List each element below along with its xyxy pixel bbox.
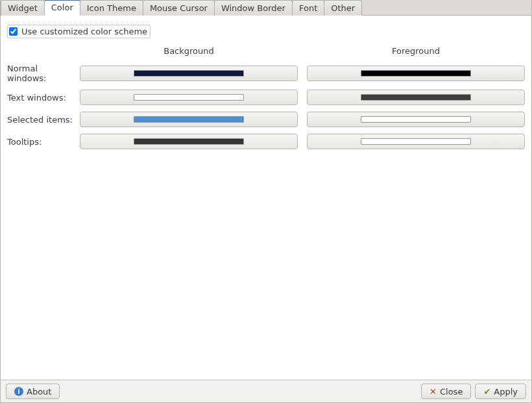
- use-custom-color-scheme-checkbox[interactable]: Use customized color scheme: [7, 25, 151, 38]
- selected-items-foreground-swatch: [361, 116, 471, 123]
- selected-items-foreground-button[interactable]: [307, 112, 525, 127]
- text-windows-foreground-swatch: [361, 94, 471, 101]
- text-windows-background-button[interactable]: [80, 90, 298, 105]
- appearance-settings-window: Widget Color Icon Theme Mouse Cursor Win…: [0, 0, 532, 403]
- tab-widget[interactable]: Widget: [1, 0, 45, 16]
- check-icon: ✔: [483, 387, 490, 396]
- normal-windows-background-swatch: [134, 70, 244, 77]
- info-icon: i: [14, 387, 23, 396]
- close-icon: ✕: [429, 387, 437, 396]
- row-label-tooltips: Tooltips:: [7, 137, 80, 147]
- use-custom-color-scheme-input[interactable]: [9, 27, 18, 36]
- close-button-label: Close: [440, 387, 463, 397]
- tooltips-background-button[interactable]: [80, 134, 298, 149]
- selected-items-background-swatch: [134, 116, 244, 123]
- text-windows-background-swatch: [134, 94, 244, 101]
- tooltips-foreground-button[interactable]: [307, 134, 525, 149]
- color-grid: Background Foreground Normal windows: Te…: [7, 46, 525, 149]
- row-label-selected-items: Selected items:: [7, 115, 80, 125]
- color-panel: Use customized color scheme Background F…: [1, 16, 531, 380]
- about-button[interactable]: i About: [6, 384, 60, 399]
- tab-other[interactable]: Other: [324, 0, 362, 16]
- bottom-bar: i About ✕ Close ✔ Apply: [1, 380, 531, 402]
- tab-color[interactable]: Color: [44, 0, 80, 16]
- tab-font[interactable]: Font: [292, 0, 324, 16]
- tab-strip: Widget Color Icon Theme Mouse Cursor Win…: [1, 0, 531, 16]
- row-label-normal-windows: Normal windows:: [7, 64, 80, 83]
- normal-windows-background-button[interactable]: [80, 66, 298, 81]
- text-windows-foreground-button[interactable]: [307, 90, 525, 105]
- row-label-text-windows: Text windows:: [7, 93, 80, 103]
- close-button[interactable]: ✕ Close: [421, 384, 471, 399]
- selected-items-background-button[interactable]: [80, 112, 298, 127]
- column-header-foreground: Foreground: [307, 46, 525, 57]
- apply-button[interactable]: ✔ Apply: [475, 384, 526, 399]
- apply-button-label: Apply: [494, 387, 518, 397]
- tab-window-border[interactable]: Window Border: [214, 0, 293, 16]
- tab-icon-theme[interactable]: Icon Theme: [80, 0, 143, 16]
- tooltips-background-swatch: [134, 138, 244, 145]
- about-button-label: About: [27, 387, 51, 397]
- normal-windows-foreground-button[interactable]: [307, 66, 525, 81]
- use-custom-color-scheme-label: Use customized color scheme: [21, 27, 147, 36]
- tooltips-foreground-swatch: [361, 138, 471, 145]
- column-header-background: Background: [80, 46, 298, 57]
- normal-windows-foreground-swatch: [361, 70, 471, 77]
- tab-mouse-cursor[interactable]: Mouse Cursor: [143, 0, 215, 16]
